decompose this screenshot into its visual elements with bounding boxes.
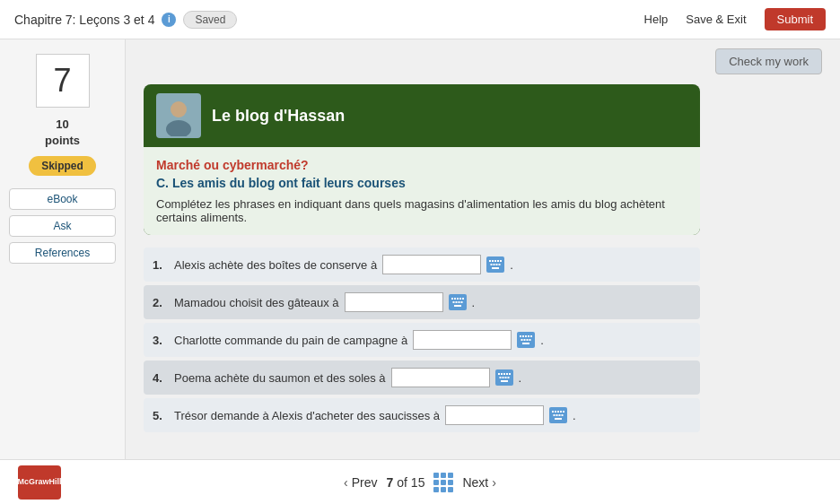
sidebar-links: eBook Ask References (9, 188, 116, 264)
row-num-2: 2. (153, 296, 169, 309)
total-pages: 15 (411, 475, 425, 490)
svg-rect-34 (501, 373, 503, 375)
row-num-3: 3. (153, 334, 169, 347)
chevron-right-icon: › (492, 475, 496, 490)
svg-rect-14 (454, 298, 456, 300)
svg-rect-13 (451, 298, 453, 300)
blog-header: Le blog d'Hassan (144, 84, 700, 147)
keyboard-button-3[interactable] (517, 332, 535, 348)
blog-subtitle-red: Marché ou cybermarché? (156, 158, 687, 172)
chevron-left-icon: ‹ (344, 475, 348, 490)
answer-input-1[interactable] (382, 255, 481, 274)
keyboard-icon-svg-3 (520, 335, 532, 344)
keyboard-icon-svg-4 (498, 373, 511, 382)
svg-rect-12 (492, 267, 499, 269)
help-link[interactable]: Help (644, 13, 669, 26)
svg-rect-39 (502, 377, 503, 378)
dot-sep-5: . (573, 409, 576, 422)
svg-rect-6 (497, 260, 499, 262)
prev-button[interactable]: ‹ Prev (344, 475, 377, 490)
svg-rect-50 (559, 414, 561, 416)
mcgrawhill-logo: Mc Graw Hill (18, 465, 61, 500)
dot-sep-4: . (519, 371, 522, 385)
svg-rect-20 (458, 301, 459, 303)
svg-rect-18 (452, 301, 454, 303)
keyboard-button-5[interactable] (549, 407, 567, 423)
keyboard-icon-svg-1 (489, 260, 502, 269)
keyboard-button-4[interactable] (495, 369, 513, 386)
points-text: points (45, 134, 80, 147)
svg-rect-9 (494, 264, 495, 265)
svg-rect-47 (563, 411, 564, 413)
keyboard-button-1[interactable] (486, 256, 504, 273)
ask-link[interactable]: Ask (9, 215, 116, 237)
answer-input-5[interactable] (445, 405, 544, 425)
skipped-button[interactable]: Skipped (29, 156, 96, 176)
page-info: 7 of 15 (387, 475, 425, 490)
info-icon[interactable]: i (162, 13, 176, 27)
svg-rect-16 (459, 298, 461, 300)
submit-button[interactable]: Submit (765, 8, 826, 30)
svg-rect-3 (489, 260, 491, 262)
main-layout: 7 10 points Skipped eBook Ask References… (0, 39, 840, 504)
svg-rect-27 (530, 335, 532, 337)
svg-rect-49 (556, 414, 558, 416)
sidebar: 7 10 points Skipped eBook Ask References (0, 39, 126, 504)
svg-rect-45 (557, 411, 559, 413)
avatar-image (158, 95, 199, 136)
references-link[interactable]: References (9, 242, 116, 264)
prev-label: Prev (352, 475, 378, 490)
keyboard-icon-svg-5 (552, 411, 564, 420)
svg-rect-21 (460, 301, 462, 303)
svg-rect-26 (528, 335, 529, 337)
dot-sep-3: . (540, 334, 544, 347)
question-number: 7 (53, 62, 71, 100)
save-exit-link[interactable]: Save & Exit (686, 13, 746, 26)
svg-rect-37 (509, 373, 511, 375)
svg-rect-33 (498, 373, 500, 375)
saved-badge: Saved (183, 11, 237, 29)
svg-rect-36 (506, 373, 508, 375)
blog-avatar (156, 93, 201, 138)
row-num-1: 1. (153, 258, 169, 272)
svg-rect-8 (491, 264, 493, 265)
answer-input-3[interactable] (413, 330, 512, 350)
svg-rect-41 (507, 377, 509, 378)
row-text-before-1: Alexis achète des boîtes de conserve à (174, 258, 377, 272)
check-my-work-button[interactable]: Check my work (715, 48, 822, 74)
svg-rect-5 (494, 260, 496, 262)
svg-rect-40 (504, 377, 506, 378)
header-right: Help Save & Exit Submit (644, 8, 826, 30)
blog-title: Le blog d'Hassan (212, 107, 345, 126)
answer-input-4[interactable] (391, 368, 490, 387)
next-button[interactable]: Next › (462, 475, 495, 490)
question-number-box: 7 (36, 54, 90, 108)
svg-rect-51 (562, 414, 564, 416)
keyboard-button-2[interactable] (449, 294, 467, 310)
points-label: 10 points (45, 117, 80, 149)
answer-input-2[interactable] (345, 292, 443, 312)
svg-rect-23 (520, 335, 521, 337)
exercise-row-1: 1. Alexis achète des boîtes de conserve … (144, 248, 700, 282)
exercise-row-3: 3. Charlotte commande du pain de campagn… (144, 323, 700, 357)
dot-sep-1: . (510, 258, 513, 272)
row-text-before-4: Poema achète du saumon et des soles à (174, 371, 386, 385)
row-num-4: 4. (153, 371, 169, 385)
header: Chapitre 7: Leçons 3 et 4 i Saved Help S… (0, 0, 840, 39)
svg-rect-10 (496, 264, 498, 265)
svg-rect-32 (522, 343, 529, 344)
dot-sep-2: . (472, 296, 476, 309)
of-label: of (397, 475, 411, 490)
svg-rect-17 (462, 298, 464, 300)
header-left: Chapitre 7: Leçons 3 et 4 i Saved (14, 11, 237, 29)
blog-subtitle-blue: C. Les amis du blog ont fait leurs cours… (156, 176, 687, 190)
svg-rect-25 (525, 335, 527, 337)
svg-rect-43 (552, 411, 554, 413)
svg-rect-29 (524, 339, 526, 341)
svg-point-1 (171, 101, 187, 117)
grid-view-icon[interactable] (433, 473, 453, 492)
svg-rect-19 (455, 301, 457, 303)
svg-rect-52 (555, 418, 562, 420)
svg-rect-24 (522, 335, 524, 337)
ebook-link[interactable]: eBook (9, 188, 116, 210)
